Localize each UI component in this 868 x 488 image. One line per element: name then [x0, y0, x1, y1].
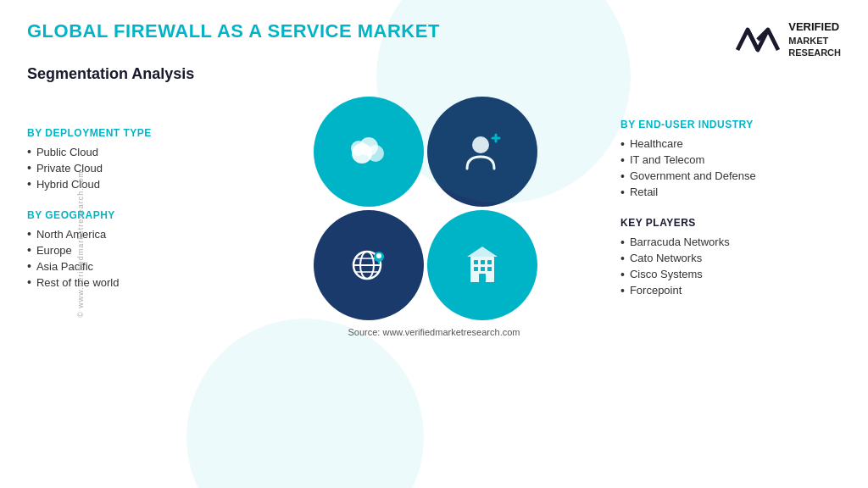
svg-point-4: [472, 136, 489, 153]
list-item: Europe: [27, 242, 231, 258]
center-icons-grid: [314, 97, 537, 320]
watermark: © www.verifiedmarketresearch.com: [76, 170, 85, 318]
svg-point-13: [376, 253, 381, 258]
end-user-section: BY END-USER INDUSTRY Healthcare IT and T…: [620, 119, 841, 200]
key-players-section: KEY PLAYERS Barracuda Networks Cato Netw…: [620, 217, 841, 298]
end-user-list: Healthcare IT and Telecom Government and…: [620, 136, 841, 200]
key-players-title: KEY PLAYERS: [620, 217, 841, 229]
list-item: Asia Pacific: [27, 258, 231, 274]
end-user-icon-cell: [427, 97, 537, 207]
list-item: Cisco Systems: [620, 266, 841, 282]
deployment-title: BY DEPLOYMENT TYPE: [27, 127, 231, 139]
svg-rect-21: [481, 267, 485, 271]
list-item: Retail: [620, 184, 841, 200]
list-item: North America: [27, 226, 231, 242]
globe-icon: [343, 240, 394, 291]
main-content: BY DEPLOYMENT TYPE Public Cloud Private …: [27, 97, 841, 320]
logo: VERIFIED MARKET RESEARCH: [734, 20, 841, 58]
building-icon: [457, 240, 508, 291]
svg-rect-18: [481, 260, 485, 264]
header: GLOBAL FIREWALL AS A SERVICE MARKET VERI…: [27, 20, 841, 58]
list-item: Barracuda Networks: [620, 234, 841, 250]
geography-list: North America Europe Asia Pacific Rest o…: [27, 226, 231, 291]
list-item: Government and Defense: [620, 168, 841, 184]
deployment-icon-cell: [314, 97, 424, 207]
key-players-list: Barracuda Networks Cato Networks Cisco S…: [620, 234, 841, 298]
list-item: Public Cloud: [27, 144, 231, 160]
list-item: Healthcare: [620, 136, 841, 152]
list-item: Cato Networks: [620, 250, 841, 266]
svg-point-3: [351, 141, 366, 156]
cloud-icon: [343, 126, 394, 177]
right-panel: BY END-USER INDUSTRY Healthcare IT and T…: [620, 119, 841, 298]
svg-rect-22: [487, 267, 492, 271]
geography-section: BY GEOGRAPHY North America Europe Asia P…: [27, 209, 231, 291]
subtitle: Segmentation Analysis: [27, 65, 841, 83]
svg-rect-20: [474, 267, 478, 271]
geography-icon-cell: [314, 210, 424, 320]
svg-rect-17: [474, 260, 478, 264]
logo-icon: [734, 23, 782, 57]
list-item: Rest of the world: [27, 274, 231, 291]
list-item: Forcepoint: [620, 282, 841, 298]
source-label: Source: www.verifiedmarketresearch.com: [27, 327, 841, 337]
logo-text: VERIFIED MARKET RESEARCH: [788, 20, 841, 58]
geography-title: BY GEOGRAPHY: [27, 209, 231, 221]
list-item: Hybrid Cloud: [27, 176, 231, 192]
deployment-list: Public Cloud Private Cloud Hybrid Cloud: [27, 144, 231, 192]
svg-rect-23: [479, 274, 486, 282]
svg-rect-19: [487, 260, 492, 264]
list-item: Private Cloud: [27, 160, 231, 176]
list-item: IT and Telecom: [620, 152, 841, 168]
key-players-icon-cell: [427, 210, 537, 320]
user-icon: [457, 126, 508, 177]
svg-marker-16: [467, 247, 498, 257]
left-panel: BY DEPLOYMENT TYPE Public Cloud Private …: [27, 127, 231, 291]
main-title: GLOBAL FIREWALL AS A SERVICE MARKET: [27, 20, 440, 42]
deployment-section: BY DEPLOYMENT TYPE Public Cloud Private …: [27, 127, 231, 192]
end-user-title: BY END-USER INDUSTRY: [620, 119, 841, 130]
